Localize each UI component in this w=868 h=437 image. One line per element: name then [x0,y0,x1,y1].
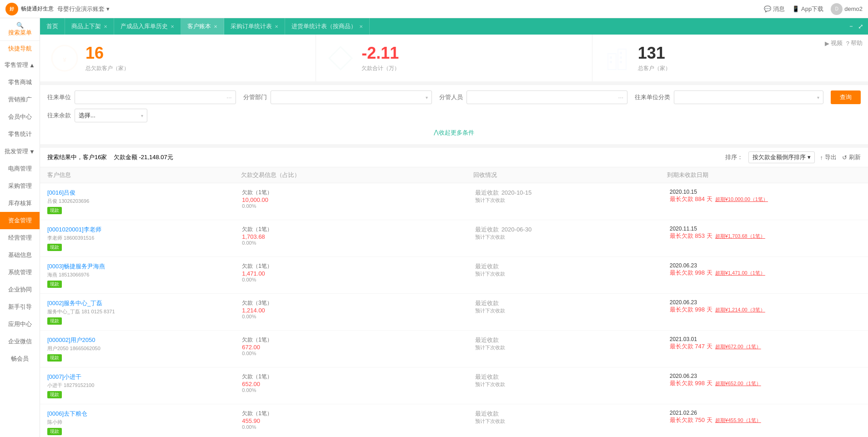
sidebar-item-retail-stats[interactable]: 零售统计 [0,126,40,143]
sidebar-item-quick-nav[interactable]: 快捷导航 [0,41,40,56]
tab-purchase-order-stats[interactable]: 采购订单统计表 ✕ [224,18,285,35]
sidebar-item-system-mgmt[interactable]: 系统管理 [0,264,40,281]
tab-production-history[interactable]: 产成品入库单历史 ✕ [114,18,181,35]
export-button[interactable]: ↑ 导出 [820,153,837,161]
customer-id: [0016] [47,189,64,196]
overdue-link[interactable]: 超期¥652.00（1笔） [715,381,761,386]
sidebar-item-new-guide[interactable]: 新手引导 [0,298,40,316]
debt-info-cell: 欠款（1笔） 652.00 0.00% [242,373,471,398]
debt-ratio: 0.00% [242,387,471,393]
sidebar-item-label: 企业微信 [8,338,32,345]
sidebar-item-label: 企业协同 [8,286,32,293]
overdue-date: 2020.06.23 [670,299,861,306]
overdue-link[interactable]: 超期¥1,471.00（1笔） [715,270,765,276]
overdue-link[interactable]: 超期¥1,703.68（1笔） [715,233,765,239]
sidebar-item-ecommerce-mgmt[interactable]: 电商管理 [0,160,40,177]
customer-name[interactable]: [0003]畅捷服务尹海燕 [47,262,238,271]
close-icon[interactable]: ✕ [171,24,174,29]
sidebar-search[interactable]: 🔍 搜索菜单 [0,18,40,41]
sidebar-item-wholesale-mgmt[interactable]: 批发管理 ▼ [0,143,40,160]
play-icon: ▶ [825,40,829,47]
sidebar-item-label: 采购管理 [8,182,32,189]
customer-name[interactable]: [000002]用户2050 [47,336,238,344]
close-icon[interactable]: ✕ [214,24,217,29]
sidebar-item-chang-member[interactable]: 畅会员 [0,350,40,367]
app-download-button[interactable]: 📱 App下载 [792,5,823,13]
help-button[interactable]: ? 帮助 [846,39,863,47]
overdue-link[interactable]: 超期¥10,000.00（1笔） [715,196,768,202]
main-layout: 🔍 搜索菜单 快捷导航 零售管理 ▲ 零售商城 营销推广 会员中心 零售统计 批… [0,18,868,437]
sidebar: 🔍 搜索菜单 快捷导航 零售管理 ▲ 零售商城 营销推广 会员中心 零售统计 批… [0,18,40,437]
sidebar-item-basic-info[interactable]: 基础信息 [0,246,40,264]
customer-contact: 陈小帅 [47,419,238,426]
filter-select-category[interactable]: ▾ [674,90,823,104]
messages-button[interactable]: 💬 消息 [764,5,785,13]
customer-name[interactable]: [0016]吕俊 [47,189,238,197]
filter-select-balance[interactable]: 选择... ▾ [75,109,147,122]
sidebar-item-enterprise-collab[interactable]: 企业协同 [0,281,40,298]
customer-contact: 海燕 18513066976 [47,271,238,278]
sidebar-item-inventory[interactable]: 库存核算 [0,195,40,212]
dots-icon[interactable]: ··· [226,94,232,101]
tab-product-listing[interactable]: 商品上下架 ✕ [65,18,114,35]
sort-select[interactable]: 按欠款金额倒序排序 ▾ [748,151,814,163]
overdue-date: 2020.06.23 [670,373,861,379]
sidebar-item-enterprise-wechat[interactable]: 企业微信 [0,333,40,350]
tab-customer-ledger[interactable]: 客户账本 ✕ [181,18,224,35]
table-row: [000002]用户2050 用户2050 18665062050 现款 欠款（… [40,331,868,367]
filter-input-person[interactable]: ··· [467,90,628,104]
filter-select-dept[interactable]: ▾ [271,90,432,104]
sidebar-item-finance-mgmt[interactable]: 资金管理 [0,212,40,229]
video-button[interactable]: ▶ 视频 [825,39,843,47]
customer-name[interactable]: [0001020001]李老师 [47,226,238,234]
customer-name[interactable]: [0002]服务中心_丁磊 [47,299,238,307]
tab-purchase-stats-by-product[interactable]: 进货单统计表（按商品） ✕ [285,18,370,35]
search-icon: 🔍 [2,22,38,29]
sidebar-item-operations-mgmt[interactable]: 经营管理 [0,229,40,246]
customer-name[interactable]: [0007]小进干 [47,373,238,381]
customer-contact: 小进干 18279152100 [47,382,238,389]
filter-input-unit[interactable]: ··· [75,90,236,104]
close-icon[interactable]: ✕ [104,24,107,29]
overdue-cell: 2020.06.23 最长欠款 998 天 超期¥652.00（1笔） [670,373,861,398]
tab-home[interactable]: 首页 [40,18,65,35]
customer-contact: 李老师 18600391516 [47,235,238,241]
overdue-link[interactable]: 超期¥672.00（1笔） [715,344,761,349]
sidebar-item-label: 应用中心 [8,321,32,327]
debt-amount: 652.00 [242,381,471,387]
logo-area: 好 畅捷通好生意 [5,3,54,15]
sidebar-item-retail-mgmt[interactable]: 零售管理 ▲ [0,56,40,74]
close-icon[interactable]: ✕ [359,24,363,29]
tab-minimize-button[interactable]: － [848,22,854,30]
tab-label: 客户账本 [187,22,211,30]
sidebar-item-retail-mall[interactable]: 零售商城 [0,74,40,91]
result-actions: 排序： 按欠款金额倒序排序 ▾ ↑ 导出 ↺ 刷新 [725,151,861,163]
collapse-row[interactable]: ⋀ 收起更多条件 [47,127,861,139]
user-profile[interactable]: D demo2 [831,3,863,15]
customer-contact: 服务中心_丁磊 181 0125 8371 [47,308,238,315]
header-collection: 回收情况 [473,171,667,179]
sidebar-item-member-center[interactable]: 会员中心 [0,108,40,126]
tab-bar: 首页 商品上下架 ✕ 产成品入库单历史 ✕ 客户账本 ✕ 采购订单统计表 ✕ 进… [40,18,868,35]
sidebar-item-app-center[interactable]: 应用中心 [0,316,40,333]
overdue-link[interactable]: 超期¥455.90（1笔） [715,417,761,423]
debt-ratio: 0.00% [242,314,471,319]
select-value: 选择... [79,111,95,120]
close-icon[interactable]: ✕ [275,24,278,29]
overdue-link[interactable]: 超期¥1,214.00（3笔） [715,307,765,312]
quick-nav-label: 快捷导航 [2,45,38,53]
search-button[interactable]: 查询 [831,90,861,104]
customer-name[interactable]: [0006]去下粮仓 [47,410,238,418]
sidebar-item-marketing[interactable]: 营销推广 [0,91,40,108]
company-selector[interactable]: 母婴行业演示账套 ▾ [57,5,110,13]
customer-info-cell: [0007]小进干 小进干 18279152100 现款 [47,373,238,398]
tab-maximize-button[interactable]: ⤢ [858,23,863,30]
dots-icon[interactable]: ··· [618,94,624,101]
sidebar-item-label: 会员中心 [8,113,32,120]
stat-label-debt-customers: 总欠款客户（家） [85,65,129,72]
refresh-button[interactable]: ↺ 刷新 [842,153,861,161]
recent-date: 2020-10-15 [502,189,532,196]
help-icon: ? [846,40,849,47]
building-icon [603,45,631,72]
sidebar-item-purchase-mgmt[interactable]: 采购管理 [0,177,40,195]
